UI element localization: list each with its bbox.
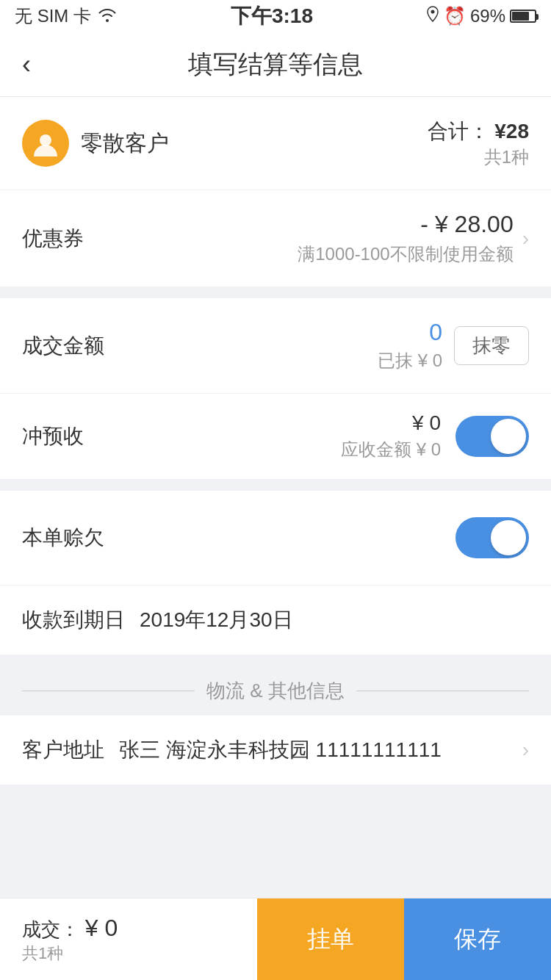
credit-card: 本单赊欠 收款到期日 2019年12月30日 — [0, 491, 551, 655]
bottom-info: 成交： ¥ 0 共1种 — [0, 915, 257, 965]
toggle-knob — [491, 419, 526, 454]
deal-label: 成交金额 — [22, 332, 104, 360]
address-chevron-icon: › — [522, 738, 529, 762]
status-time: 下午3:18 — [231, 2, 313, 30]
bottom-count: 共1种 — [22, 943, 235, 965]
deal-input-wrap: 0 已抹 ¥ 0 抹零 — [378, 319, 529, 372]
coupon-chevron-icon: › — [522, 227, 529, 251]
prepay-row: 冲预收 ¥ 0 应收金额 ¥ 0 — [0, 393, 551, 479]
coupon-label: 优惠券 — [22, 225, 84, 253]
status-bar: 无 SIM 卡 下午3:18 ⏰ 69% — [0, 0, 551, 32]
prepay-right: ¥ 0 应收金额 ¥ 0 — [341, 411, 529, 461]
credit-toggle-knob — [491, 520, 526, 555]
address-card: 客户地址 张三 海淀永丰科技园 11111111111 › — [0, 716, 551, 785]
credit-toggle[interactable] — [455, 517, 529, 558]
round-off-button[interactable]: 抹零 — [454, 326, 529, 365]
prepay-sub: 应收金额 ¥ 0 — [341, 438, 441, 461]
address-row[interactable]: 客户地址 张三 海淀永丰科技园 11111111111 › — [0, 716, 551, 785]
coupon-discount: - ¥ 28.00 — [298, 211, 513, 238]
battery-text: 69% — [470, 6, 505, 26]
back-button[interactable]: ‹ — [22, 49, 31, 80]
page-title: 填写结算等信息 — [188, 48, 363, 82]
alarm-icon: ⏰ — [444, 6, 466, 26]
status-left: 无 SIM 卡 — [15, 4, 118, 28]
avatar — [22, 120, 69, 167]
divider-line-right — [356, 691, 529, 691]
wifi-icon — [97, 7, 118, 26]
prepay-amount: ¥ 0 — [341, 411, 441, 435]
due-date-row[interactable]: 收款到期日 2019年12月30日 — [0, 585, 551, 655]
hang-button[interactable]: 挂单 — [257, 898, 404, 981]
item-count: 共1种 — [428, 145, 530, 169]
status-right: ⏰ 69% — [426, 6, 536, 26]
coupon-sub: 满1000-100不限制使用金额 — [298, 242, 513, 266]
coupon-right: - ¥ 28.00 满1000-100不限制使用金额 › — [298, 211, 529, 266]
deal-value[interactable]: 0 — [429, 319, 442, 345]
deal-sub: 已抹 ¥ 0 — [378, 349, 442, 372]
credit-row: 本单赊欠 — [0, 491, 551, 585]
customer-left: 零散客户 — [22, 120, 169, 167]
battery-icon — [510, 10, 536, 23]
customer-right: 合计： ¥28 共1种 — [428, 118, 530, 169]
address-label: 客户地址 — [22, 736, 104, 764]
location-icon — [426, 6, 439, 26]
bottom-amount: ¥ 0 — [85, 915, 118, 941]
customer-card: 零散客户 合计： ¥28 共1种 优惠券 - ¥ 28.00 满1000-100… — [0, 97, 551, 287]
customer-name: 零散客户 — [81, 129, 169, 159]
divider-line-left — [22, 691, 195, 691]
nav-bar: ‹ 填写结算等信息 — [0, 32, 551, 97]
content: 零散客户 合计： ¥28 共1种 优惠券 - ¥ 28.00 满1000-100… — [0, 97, 551, 884]
prepay-toggle[interactable] — [455, 416, 529, 457]
logistics-divider: 物流 & 其他信息 — [0, 678, 551, 704]
logistics-section: 物流 & 其他信息 — [0, 666, 551, 716]
sim-text: 无 SIM 卡 — [15, 4, 91, 28]
credit-label: 本单赊欠 — [22, 524, 104, 552]
svg-point-1 — [40, 134, 51, 146]
logistics-label: 物流 & 其他信息 — [206, 678, 345, 704]
due-date-label: 收款到期日 — [22, 606, 125, 634]
svg-point-0 — [431, 10, 434, 14]
bottom-bar: 成交： ¥ 0 共1种 挂单 保存 — [0, 898, 551, 980]
due-date-value: 2019年12月30日 — [140, 606, 293, 634]
deal-row: 成交金额 0 已抹 ¥ 0 抹零 — [0, 298, 551, 393]
total-label: 合计： — [428, 120, 489, 143]
total-amount: ¥28 — [494, 120, 529, 143]
save-button[interactable]: 保存 — [404, 898, 551, 981]
bottom-deal-label: 成交： — [22, 918, 79, 940]
prepay-values: ¥ 0 应收金额 ¥ 0 — [341, 411, 441, 461]
address-value: 张三 海淀永丰科技园 11111111111 — [119, 736, 508, 764]
customer-row: 零散客户 合计： ¥28 共1种 — [0, 97, 551, 190]
coupon-row[interactable]: 优惠券 - ¥ 28.00 满1000-100不限制使用金额 › — [0, 190, 551, 287]
prepay-label: 冲预收 — [22, 422, 84, 450]
deal-section: 成交金额 0 已抹 ¥ 0 抹零 冲预收 ¥ 0 应收金额 ¥ 0 — [0, 298, 551, 479]
